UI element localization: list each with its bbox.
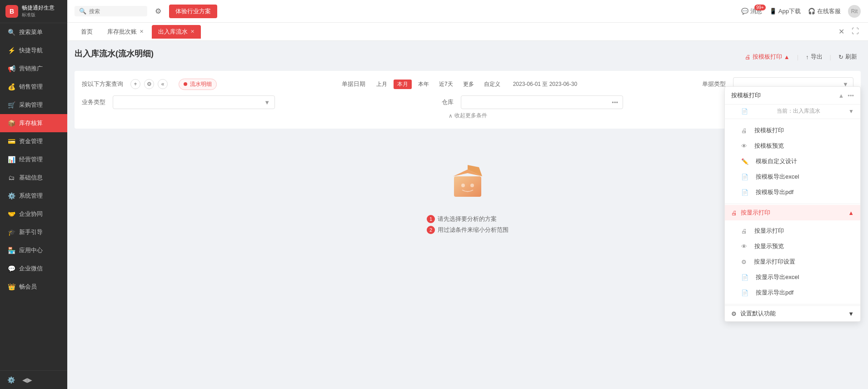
topbar: 🔍 ⚙ 体验行业方案 💬 消息 99+ 📱 App下载 🎧 在线客服 Rit (67, 0, 868, 23)
more-icon: ••• (612, 99, 618, 106)
online-service-item[interactable]: 🎧 在线客服 (808, 7, 841, 15)
footer-label: 设置默认功能 (740, 309, 776, 318)
display-subheader[interactable]: 🖨 按显示打印 ▲ (725, 205, 860, 220)
separator: | (797, 54, 798, 60)
warehouse-label: 仓库 (442, 98, 454, 106)
settings-icon[interactable]: ⚙️ (7, 376, 15, 384)
tab-batch[interactable]: 库存批次账✕ (101, 25, 150, 39)
dropdown-header-label: 按模板打印 (731, 91, 761, 100)
sidebar-item-marketing[interactable]: 📢营销推广 (0, 60, 67, 78)
this-year-btn[interactable]: 本年 (414, 80, 433, 89)
label-template_excel: 按模板导出excel (756, 173, 799, 181)
dropdown-more-icon[interactable]: ••• (848, 92, 854, 99)
tab-close-flow[interactable]: ✕ (190, 29, 195, 34)
dropdown-item-display_preview[interactable]: 👁按显示预览 (725, 239, 860, 254)
tab-flow[interactable]: 出入库流水✕ (152, 25, 201, 39)
dropdown-item-template_pdf[interactable]: 📄按模板导出pdf (725, 185, 860, 200)
sidebar-item-purchase[interactable]: 🛒采购管理 (0, 96, 67, 114)
add-filter-button[interactable]: + (130, 79, 140, 89)
dropdown-header-actions: ▲ ••• (838, 92, 854, 99)
custom-date-btn[interactable]: 自定义 (480, 80, 504, 89)
app-download-item[interactable]: 📱 App下载 (769, 7, 801, 15)
tab-label-flow: 出入库流水 (158, 28, 188, 36)
online-service-label: 在线客服 (817, 7, 841, 15)
dropdown-item-template_excel[interactable]: 📄按模板导出excel (725, 169, 860, 185)
nav-label-finance: 资金管理 (19, 137, 43, 145)
nav-icon-appcenter: 🏪 (7, 246, 15, 254)
message-item[interactable]: 💬 消息 99+ (741, 7, 762, 15)
refresh-button[interactable]: ↻ 刷新 (835, 51, 861, 63)
search-input[interactable] (89, 8, 143, 15)
tab-close-batch[interactable]: ✕ (140, 29, 144, 34)
last7days-btn[interactable]: 近7天 (435, 80, 457, 89)
nav-icon-basic: 🗂 (7, 174, 15, 182)
subheader-collapse-icon: ▲ (848, 209, 854, 216)
dropdown-footer[interactable]: ⚙ 设置默认功能 ▼ (725, 305, 860, 321)
dropdown-item-template_preview[interactable]: 👁按模板预览 (725, 138, 860, 154)
topbar-search-box[interactable]: 🔍 (75, 6, 147, 16)
print-dropdown-panel: 按模板打印 ▲ ••• 📄 当前：出入库流水 ▼ 🖨按模板打印👁按模板预览✏️模… (724, 86, 861, 322)
dropdown-item-template_print[interactable]: 🖨按模板打印 (725, 123, 860, 138)
tabs-right: ✕ ⛶ (837, 27, 861, 36)
business-type-select[interactable]: ▼ (113, 95, 275, 109)
collapse-filter-button[interactable]: « (158, 79, 168, 89)
nav-label-sales: 销售管理 (19, 83, 43, 91)
app-icon: 📱 (769, 8, 777, 15)
trial-button[interactable]: 体验行业方案 (169, 5, 217, 18)
sidebar-item-quicknav[interactable]: ⚡快捷导航 (0, 41, 67, 60)
gear-icon[interactable]: ⚙ (152, 5, 165, 18)
filter-dot (184, 82, 187, 86)
close-window-icon[interactable]: ✕ (837, 27, 846, 36)
nav-icon-member: 👑 (7, 283, 15, 291)
dropdown-item-template_design[interactable]: ✏️模板自定义设计 (725, 154, 860, 169)
avatar-text: Rit (851, 8, 858, 15)
sidebar-item-system[interactable]: ⚙️系统管理 (0, 187, 67, 205)
filter-tag-label: 流水明细 (190, 80, 212, 88)
dropdown-item-display_print[interactable]: 🖨按显示打印 (725, 223, 860, 239)
sidebar-item-search[interactable]: 🔍搜索菜单 (0, 23, 67, 41)
filter-settings-button[interactable]: ⚙ (144, 79, 154, 89)
filter-tag[interactable]: 流水明细 (179, 79, 217, 90)
tab-home[interactable]: 首页 (75, 25, 99, 39)
warehouse-select[interactable]: ••• (461, 95, 623, 109)
svg-point-3 (461, 184, 465, 187)
more-date-btn[interactable]: 更多 (459, 80, 478, 89)
label-display_pdf: 按显示导出pdf (756, 289, 793, 297)
sidebar-item-sales[interactable]: 💰销售管理 (0, 78, 67, 96)
sidebar-item-inventory[interactable]: 📦库存核算 (0, 114, 67, 132)
sidebar-item-wechat[interactable]: 💬企业微信 (0, 259, 67, 278)
expand-window-icon[interactable]: ⛶ (850, 27, 861, 36)
last-month-btn[interactable]: 上月 (373, 80, 391, 89)
nav-label-wechat: 企业微信 (19, 264, 43, 273)
dropdown-item-display_excel[interactable]: 📄按显示导出excel (725, 269, 860, 285)
current-arrow: ▼ (848, 108, 854, 115)
sidebar-item-guide[interactable]: 🎓新手引导 (0, 223, 67, 241)
sidebar-item-finance[interactable]: 💳资金管理 (0, 132, 67, 150)
avatar[interactable]: Rit (848, 5, 861, 18)
sidebar: B 畅捷通好生意 标准版 🔍搜索菜单⚡快捷导航📢营销推广💰销售管理🛒采购管理📦库… (0, 0, 67, 389)
collapse-icon[interactable]: ◀▶ (22, 376, 32, 384)
sidebar-item-operations[interactable]: 📊经营管理 (0, 150, 67, 169)
tip-num-1: 1 (427, 215, 435, 223)
icon-display_pdf: 📄 (741, 289, 748, 296)
collapse-icon: ∧ (449, 113, 453, 119)
icon-template_pdf: 📄 (741, 189, 748, 196)
dropdown-item-display_settings[interactable]: ⚙按显示打印设置 (725, 254, 860, 269)
this-month-btn[interactable]: 本月 (394, 80, 412, 89)
dropdown-expand-icon[interactable]: ▲ (838, 92, 844, 99)
sidebar-item-enterprise[interactable]: 🤝企业协同 (0, 205, 67, 223)
label-template_print: 按模板打印 (754, 126, 784, 135)
dropdown-item-display_pdf[interactable]: 📄按显示导出pdf (725, 285, 860, 300)
nav-icon-sales: 💰 (7, 83, 15, 91)
sidebar-nav: 🔍搜索菜单⚡快捷导航📢营销推广💰销售管理🛒采购管理📦库存核算💳资金管理📊经营管理… (0, 23, 67, 370)
sidebar-item-basic[interactable]: 🗂基础信息 (0, 169, 67, 187)
nav-icon-operations: 📊 (7, 155, 15, 164)
print-template-button[interactable]: 🖨 按模板打印 ▲ (741, 51, 793, 63)
sidebar-item-member[interactable]: 👑畅会员 (0, 278, 67, 296)
sidebar-item-appcenter[interactable]: 🏪应用中心 (0, 241, 67, 259)
label-template_pdf: 按模板导出pdf (756, 188, 793, 196)
headset-icon: 🎧 (808, 8, 815, 15)
export-button[interactable]: ↑ 导出 (802, 51, 826, 63)
nav-label-purchase: 采购管理 (19, 101, 43, 109)
expand-icon: ▲ (784, 54, 790, 60)
